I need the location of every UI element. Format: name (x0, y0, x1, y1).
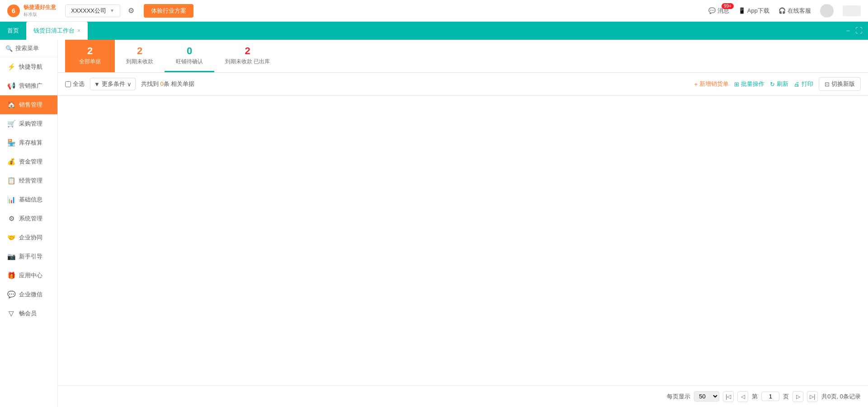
sidebar-label-app-center: 应用中心 (19, 271, 42, 280)
add-icon: + (694, 81, 698, 88)
basic-info-icon: 📊 (7, 196, 15, 204)
filter-label: 更多条件 (102, 80, 125, 88)
content-area: 2 全部单据 2 到期未收款 0 旺铺待确认 2 到期未收款 已出库 全选 (58, 40, 868, 407)
company-name: XXXXXX公司 (71, 7, 106, 15)
quick-nav-icon: ⚡ (7, 63, 15, 71)
next-page-button[interactable]: ▷ (793, 391, 803, 402)
last-page-button[interactable]: ▷| (807, 391, 818, 402)
filter-button[interactable]: ▼ 更多条件 ∨ (90, 78, 136, 90)
sidebar-item-system[interactable]: ⚙ 系统管理 (0, 209, 57, 228)
switch-label: 切换新版 (831, 80, 855, 88)
close-tab-icon[interactable]: × (77, 28, 80, 34)
sidebar-item-quick-nav[interactable]: ⚡ 快捷导航 (0, 57, 57, 76)
sidebar-label-inventory: 库存核算 (19, 139, 42, 147)
logo-main: 畅捷通好生意 (24, 4, 56, 11)
print-button[interactable]: 🖨 打印 (794, 80, 813, 88)
tab-work-bench[interactable]: 钱货日清工作台 × (26, 22, 88, 40)
filter-icon: ▼ (94, 81, 100, 88)
sidebar-item-enterprise[interactable]: 🤝 企业协同 (0, 228, 57, 247)
logo-text: 畅捷通好生意 标准版 (24, 4, 56, 17)
message-badge: 99+ (722, 3, 734, 9)
stats-label-shipped: 到期未收款 已出库 (225, 58, 270, 65)
search-label: 搜索菜单 (15, 44, 39, 52)
stats-label-overdue: 到期未收款 (126, 58, 153, 65)
stats-tab-overdue[interactable]: 2 到期未收款 (115, 40, 165, 72)
first-page-button[interactable]: |◁ (723, 391, 734, 402)
nav-tabs: 首页 钱货日清工作台 × － ⛶ (0, 22, 868, 40)
per-page-select[interactable]: 50 100 200 (694, 391, 719, 402)
minimize-icon[interactable]: － (844, 26, 852, 36)
sidebar-search[interactable]: 🔍 搜索菜单 (0, 40, 57, 57)
chevron-down-icon: ∨ (127, 81, 132, 88)
page-label: 第 (752, 393, 758, 401)
weixin-icon: 💬 (7, 290, 15, 299)
stats-tab-all[interactable]: 2 全部单据 (65, 40, 115, 72)
page-input[interactable] (761, 392, 779, 401)
stats-tab-wangpu[interactable]: 0 旺铺待确认 (165, 40, 214, 72)
select-all-checkbox[interactable]: 全选 (65, 80, 85, 88)
sidebar-item-weixin[interactable]: 💬 企业微信 (0, 285, 57, 304)
toolbar-right: + 新增销货单 ⊞ 批量操作 ↻ 刷新 🖨 打印 ⊡ 切换新版 (694, 77, 861, 91)
app-download-label: App下载 (747, 7, 769, 15)
marketing-icon: 📢 (7, 82, 15, 90)
sidebar-label-guide: 新手引导 (19, 253, 42, 261)
sidebar-item-marketing[interactable]: 📢 营销推广 (0, 76, 57, 95)
switch-version-button[interactable]: ⊡ 切换新版 (819, 77, 861, 91)
sidebar-label-quick-nav: 快捷导航 (19, 63, 42, 71)
enterprise-icon: 🤝 (7, 234, 15, 242)
avatar[interactable] (820, 4, 834, 18)
batch-label: 批量操作 (741, 80, 764, 88)
company-selector[interactable]: XXXXXX公司 ▼ (65, 5, 120, 17)
sidebar-item-app-center[interactable]: 🎁 应用中心 (0, 266, 57, 285)
stats-count-shipped: 2 (245, 45, 250, 57)
settings-button[interactable]: ⚙ (124, 4, 138, 18)
logo-area: 6 畅捷通好生意 标准版 (7, 4, 65, 17)
inventory-icon: 🏪 (7, 139, 15, 147)
sidebar-label-operations: 经营管理 (19, 177, 42, 185)
stats-label-wangpu: 旺铺待确认 (176, 58, 203, 65)
sidebar-item-operations[interactable]: 📋 经营管理 (0, 171, 57, 190)
user-menu[interactable] (843, 5, 861, 16)
app-download-button[interactable]: 📱 App下载 (738, 7, 769, 15)
pagination-bar: 每页显示 50 100 200 |◁ ◁ 第 页 ▷ ▷| 共0页, 0条记录 (58, 385, 868, 407)
add-order-label: 新增销货单 (699, 80, 729, 88)
prev-page-button[interactable]: ◁ (737, 391, 748, 402)
table-area (58, 96, 868, 385)
member-icon: ▽ (7, 309, 15, 318)
sidebar-item-sales[interactable]: 🏠 销售管理 (0, 95, 57, 114)
online-service-button[interactable]: 🎧 在线客服 (778, 7, 811, 15)
per-page-label: 每页显示 (667, 393, 690, 401)
sidebar-item-guide[interactable]: 📷 新手引导 (0, 247, 57, 266)
found-text: 共找到 0条 相关单据 (141, 80, 194, 88)
refresh-label: 刷新 (777, 80, 788, 88)
batch-button[interactable]: ⊞ 批量操作 (734, 80, 764, 88)
logo-icon: 6 (7, 5, 20, 17)
page-suffix: 页 (783, 393, 789, 401)
service-icon: 🎧 (778, 7, 786, 14)
select-all-input[interactable] (65, 81, 71, 87)
sidebar-item-basic-info[interactable]: 📊 基础信息 (0, 190, 57, 209)
batch-icon: ⊞ (734, 81, 739, 88)
sidebar-label-weixin: 企业微信 (19, 290, 42, 299)
top-header: 6 畅捷通好生意 标准版 XXXXXX公司 ▼ ⚙ 体验行业方案 💬 消息 99… (0, 0, 868, 22)
sidebar-item-inventory[interactable]: 🏪 库存核算 (0, 133, 57, 152)
tab-home[interactable]: 首页 (0, 22, 26, 40)
stats-tabs-container: 2 全部单据 2 到期未收款 0 旺铺待确认 2 到期未收款 已出库 (58, 40, 868, 73)
switch-icon: ⊡ (825, 81, 830, 88)
sidebar-item-purchase[interactable]: 🛒 采购管理 (0, 114, 57, 133)
select-all-label: 全选 (73, 80, 85, 88)
sidebar-item-member[interactable]: ▽ 畅会员 (0, 304, 57, 323)
add-order-button[interactable]: + 新增销货单 (694, 80, 729, 88)
trial-button[interactable]: 体验行业方案 (144, 4, 193, 18)
message-button[interactable]: 💬 消息 99+ (708, 7, 729, 15)
purchase-icon: 🛒 (7, 120, 15, 128)
chevron-down-icon: ▼ (110, 8, 114, 13)
refresh-button[interactable]: ↻ 刷新 (770, 80, 788, 88)
refresh-icon: ↻ (770, 81, 775, 88)
sidebar-item-finance[interactable]: 💰 资金管理 (0, 152, 57, 171)
maximize-icon[interactable]: ⛶ (855, 27, 863, 35)
stats-tab-shipped[interactable]: 2 到期未收款 已出库 (214, 40, 281, 72)
download-icon: 📱 (738, 7, 745, 14)
stats-count-overdue: 2 (137, 45, 142, 57)
tab-home-label: 首页 (7, 27, 19, 35)
